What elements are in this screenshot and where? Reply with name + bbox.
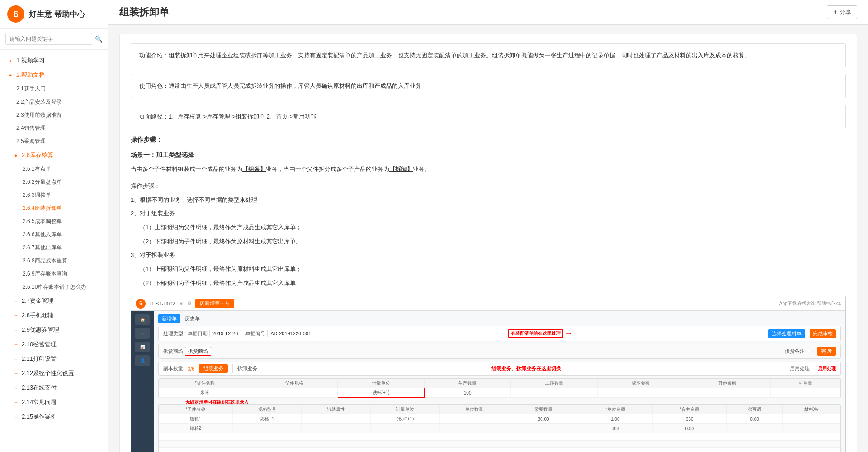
lower-table-row-3 (159, 441, 840, 448)
expand-icon-coupon: ＋ (13, 327, 19, 333)
sidebar-item-biz[interactable]: ＋ 2.10经营管理 (0, 337, 108, 352)
lower-th-5: 需要数量 (509, 405, 578, 414)
sc-type-section: 副本数量 3/6 组装业务 拆卸业务 组装业务、拆卸业务在这里切换 启用处理 启… (158, 362, 841, 376)
sc-nav-list: ≡ (135, 328, 150, 339)
nav-list: ＋ 1.视频学习 ● 2.帮助文档 2.1新手入门 2.2产品安装及登录 2.3… (0, 50, 108, 452)
lower-td-0-5: 30.00 (509, 414, 578, 424)
sidebar-item-stock-split[interactable]: 2.6.2分量盘点单 (0, 176, 108, 189)
upper-td-0: 米米 (159, 388, 251, 398)
lower-th-7: *合并金额 (652, 405, 727, 414)
lower-th-4: 单位数量 (440, 405, 509, 414)
sc-form-section: 处理类型 单据日期 2019-12-26 单据编号 AD-20191226-00… (158, 326, 841, 359)
sc-tabs-row: 新增单 历史单 (158, 314, 841, 323)
sidebar-item-stock-in[interactable]: 2.6.6其他入库单 (0, 228, 108, 241)
expand-icon-faq: ＋ (13, 399, 19, 405)
sc-new-button[interactable]: 闪新增第一方 (195, 299, 234, 308)
sidebar-item-data-prep[interactable]: 2.3使用前数据准备 (0, 109, 108, 122)
sidebar-item-stock-assemble[interactable]: 2.6.4组装拆卸单 (0, 202, 108, 215)
expand-icon-cases: ＋ (13, 414, 19, 420)
sidebar-header: 6 好生意 帮助中心 (0, 0, 108, 29)
sidebar-item-stock-adj[interactable]: 2.6.3调拨单 (0, 189, 108, 202)
lower-td-0-6: 1.00 (578, 414, 652, 424)
sc-disassemble-btn[interactable]: 拆卸业务 (232, 364, 262, 373)
lower-td-1-8 (727, 424, 783, 433)
sidebar-item-stock[interactable]: ● 2.6库存核算 (0, 148, 108, 162)
main-header: 组装拆卸单 ⬆ 分享 (108, 0, 868, 25)
sc-assemble-btn[interactable]: 组装业务 (199, 364, 228, 373)
expand-icon-finance: ＋ (13, 298, 19, 304)
sc-topbar: 6 TEST-H002 ▼ ⚙ 闪新增第一方 App下载 在线咨询 帮助中心 c… (131, 296, 845, 311)
share-button[interactable]: ⬆ 分享 (827, 5, 857, 19)
sidebar-item-video[interactable]: ＋ 1.视频学习 (0, 53, 108, 68)
upper-td-6 (684, 388, 771, 398)
sc-qty-info: 副本数量 (163, 365, 183, 372)
app-title: 好生意 帮助中心 (29, 9, 85, 19)
sc-sub-form: 供货商场 供货商场 供货备注 完 发 (158, 344, 841, 359)
sidebar-item-purchase[interactable]: 2.5采购管理 (0, 135, 108, 148)
sc-settings-icon: ⚙ (187, 300, 192, 306)
ops-steps-title: 操作步骤： (131, 136, 846, 144)
sidebar-item-stock-cost2[interactable]: 2.6.8商品成本重算 (0, 254, 108, 267)
lower-td-1-3 (371, 424, 440, 433)
sc-remark-field: 供货备注 (785, 348, 813, 355)
lower-table-row-4 (159, 448, 840, 452)
upper-th-5: 成本金额 (597, 379, 684, 388)
expand-icon-mobile: ＋ (13, 312, 19, 319)
lower-td-0-7: 360 (652, 414, 727, 424)
upper-td-7 (771, 388, 840, 398)
step-2-2: （2）下部明细为子件明细，最终作为原材料生成其它出库单。 (131, 236, 846, 247)
upper-th-4: 工序数量 (511, 379, 598, 388)
search-button[interactable]: 🔍 (95, 35, 103, 43)
main-content: 功能介绍：组装拆卸单用来处理企业组装或拆卸等加工业务，支持有固定装配清单的产品加… (108, 25, 868, 452)
step-1: 1、根据不同的业务，选择不同单据的类型来处理 (131, 195, 846, 206)
expand-icon-print: ＋ (13, 356, 19, 362)
share-icon: ⬆ (833, 9, 838, 16)
sidebar-item-stock-count[interactable]: 2.6.1盘点单 (0, 162, 108, 176)
lower-table-header-row: *子件名称 规格型号 辅助属性 计量单位 单位数量 需要数量 *单位金额 *合并… (159, 405, 840, 414)
sc-test-id: TEST-H002 (149, 301, 175, 306)
sc-tab-history[interactable]: 历史单 (181, 314, 203, 323)
sidebar-item-stock-check[interactable]: 2.6.9库存账本查询 (0, 267, 108, 281)
sc-left-nav: 🏠 ≡ 📊 👤 (131, 311, 154, 452)
sc-qty-val: 3/6 (188, 366, 194, 371)
sidebar-item-stock-cost[interactable]: 2.6.5成本调整单 (0, 215, 108, 228)
sidebar-item-print[interactable]: ＋ 2.11打印设置 (0, 352, 108, 366)
upper-td-1 (251, 388, 338, 398)
sidebar-item-install[interactable]: 2.2产品安装及登录 (0, 95, 108, 109)
path-intro-block: 页面路径：1、库存核算->库存管理->组装拆卸单 2、首页->常用功能 (131, 105, 846, 128)
lower-th-6: *单位金额 (578, 405, 652, 414)
sidebar-item-online-pay[interactable]: ＋ 2.13在线支付 (0, 381, 108, 395)
sc-process-btn[interactable]: 选择处理料单 (768, 329, 805, 338)
sc-logo: 6 (136, 299, 146, 309)
lower-th-9: 材料Xv (783, 405, 840, 414)
sc-remark-label: 供货备注 (785, 348, 805, 355)
sc-confirm-btn[interactable]: 完 发 (817, 347, 836, 356)
sidebar-item-coupon[interactable]: ＋ 2.9优惠券管理 (0, 323, 108, 337)
upper-th-1: 父件规格 (251, 379, 338, 388)
step-3-2: （2）下部明细为子件明细，最终作为产成品生成其它入库单。 (131, 278, 846, 289)
search-input[interactable] (5, 33, 92, 45)
sidebar-item-finance[interactable]: ＋ 2.7资金管理 (0, 294, 108, 308)
content-area: 功能介绍：组装拆卸单用来处理企业组装或拆卸等加工业务，支持有固定装配清单的产品加… (119, 34, 857, 452)
sidebar-item-stock-out[interactable]: 2.6.7其他出库单 (0, 241, 108, 254)
sidebar-item-faq[interactable]: ＋ 2.14常见问题 (0, 395, 108, 409)
sc-type-label: 处理类型 (163, 330, 183, 337)
sc-process-label: 启用处理 (790, 365, 810, 372)
sc-annotation-type: 组装业务、拆卸业务在这里切换 (491, 365, 561, 372)
sc-code-val: AD-20191226-001 (267, 330, 314, 337)
collapse-icon-stock: ● (13, 152, 19, 158)
sidebar-item-new-user[interactable]: 2.1新手入门 (0, 82, 108, 95)
sidebar-item-custom[interactable]: ＋ 2.12系统个性化设置 (0, 366, 108, 381)
sc-field-date: 单据日期 2019-12-26 (188, 330, 241, 337)
sc-field-code: 单据编号 AD-20191226-001 (245, 330, 314, 337)
sidebar-item-sales[interactable]: 2.4销售管理 (0, 122, 108, 135)
sidebar-item-cases[interactable]: ＋ 2.15操作案例 (0, 409, 108, 424)
lower-td-0-1: 规格+1 (232, 414, 302, 424)
lower-table-row-1: 锄粮2 360 0.00 (159, 424, 840, 433)
sc-tab-new[interactable]: 新增单 (158, 314, 180, 323)
sidebar-item-docs[interactable]: ● 2.帮助文档 (0, 68, 108, 82)
sidebar-item-mobile[interactable]: ＋ 2.8手机旺辅 (0, 308, 108, 323)
sidebar-item-stock-err[interactable]: 2.6.10库存账本错了怎么办 (0, 281, 108, 294)
sc-nav-user: 👤 (135, 355, 150, 366)
sc-code-label: 单据编号 (245, 330, 265, 337)
